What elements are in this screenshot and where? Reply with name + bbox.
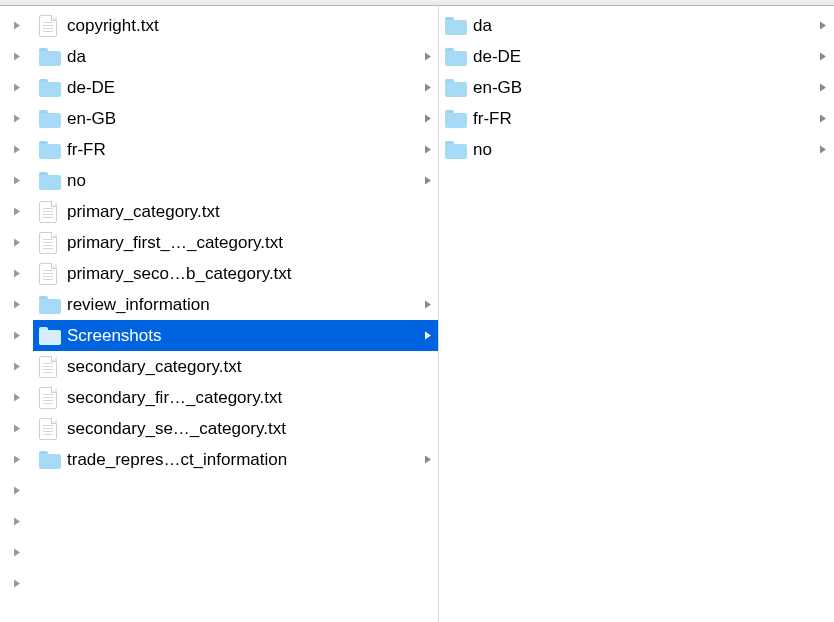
chevron-right-icon	[424, 52, 432, 61]
finder-column-view: copyright.txt da de-DE en-GB fr-FR	[0, 6, 834, 622]
item-icon-wrap	[39, 172, 67, 190]
item-label: de-DE	[473, 47, 813, 67]
file-primary-seco-b-category-txt[interactable]: primary_seco…b_category.txt	[33, 258, 438, 289]
chevron-right-icon	[13, 455, 21, 464]
folder-fr-fr[interactable]: fr-FR	[33, 134, 438, 165]
item-label: secondary_fir…_category.txt	[67, 388, 418, 408]
item-icon-wrap	[39, 387, 67, 409]
chevron-right-icon	[819, 114, 827, 123]
file-icon	[39, 387, 57, 409]
parent-disclosure-arrow[interactable]	[0, 382, 33, 413]
chevron-right-icon	[13, 145, 21, 154]
item-icon-wrap	[445, 79, 473, 97]
chevron-right-icon	[13, 331, 21, 340]
parent-disclosure-arrow[interactable]	[0, 475, 33, 506]
chevron-right-icon	[13, 517, 21, 526]
chevron-right-icon	[819, 21, 827, 30]
item-label: fr-FR	[473, 109, 813, 129]
folder-da[interactable]: da	[33, 41, 438, 72]
folder-icon	[445, 17, 467, 35]
parent-disclosure-arrow[interactable]	[0, 351, 33, 382]
folder-icon	[445, 141, 467, 159]
chevron-right-icon	[13, 114, 21, 123]
expand-arrow	[813, 114, 827, 123]
folder-trade-repres-ct-information[interactable]: trade_repres…ct_information	[33, 444, 438, 475]
file-secondary-category-txt[interactable]: secondary_category.txt	[33, 351, 438, 382]
parent-disclosure-arrow[interactable]	[0, 258, 33, 289]
file-copyright-txt[interactable]: copyright.txt	[33, 10, 438, 41]
item-label: da	[67, 47, 418, 67]
item-icon-wrap	[445, 110, 473, 128]
parent-disclosure-arrow[interactable]	[0, 444, 33, 475]
column-2-content[interactable]: da de-DE en-GB fr-FR no	[439, 6, 833, 622]
parent-disclosure-arrow[interactable]	[0, 165, 33, 196]
chevron-right-icon	[424, 176, 432, 185]
chevron-right-icon	[13, 207, 21, 216]
parent-disclosure-arrow[interactable]	[0, 196, 33, 227]
parent-disclosure-arrow[interactable]	[0, 227, 33, 258]
file-icon	[39, 263, 57, 285]
chevron-right-icon	[13, 176, 21, 185]
item-icon-wrap	[39, 232, 67, 254]
chevron-right-icon	[13, 83, 21, 92]
file-icon	[39, 356, 57, 378]
parent-disclosure-arrow[interactable]	[0, 320, 33, 351]
item-label: trade_repres…ct_information	[67, 450, 418, 470]
item-icon-wrap	[39, 327, 67, 345]
file-primary-category-txt[interactable]: primary_category.txt	[33, 196, 438, 227]
column-1-content[interactable]: copyright.txt da de-DE en-GB fr-FR	[33, 6, 439, 622]
folder-no[interactable]: no	[439, 134, 833, 165]
chevron-right-icon	[13, 52, 21, 61]
folder-fr-fr[interactable]: fr-FR	[439, 103, 833, 134]
parent-disclosure-arrow[interactable]	[0, 289, 33, 320]
folder-no[interactable]: no	[33, 165, 438, 196]
parent-disclosure-arrow[interactable]	[0, 568, 33, 599]
folder-da[interactable]: da	[439, 10, 833, 41]
chevron-right-icon	[13, 300, 21, 309]
folder-icon	[445, 48, 467, 66]
expand-arrow	[813, 145, 827, 154]
parent-disclosure-arrow[interactable]	[0, 103, 33, 134]
chevron-right-icon	[424, 331, 432, 340]
expand-arrow	[418, 145, 432, 154]
folder-icon	[445, 79, 467, 97]
item-icon-wrap	[39, 15, 67, 37]
folder-en-gb[interactable]: en-GB	[439, 72, 833, 103]
item-icon-wrap	[39, 110, 67, 128]
folder-en-gb[interactable]: en-GB	[33, 103, 438, 134]
parent-disclosure-arrow[interactable]	[0, 10, 33, 41]
folder-review-information[interactable]: review_information	[33, 289, 438, 320]
folder-icon	[39, 451, 61, 469]
item-icon-wrap	[445, 48, 473, 66]
item-icon-wrap	[39, 263, 67, 285]
chevron-right-icon	[819, 52, 827, 61]
file-secondary-se-category-txt[interactable]: secondary_se…_category.txt	[33, 413, 438, 444]
chevron-right-icon	[424, 83, 432, 92]
item-icon-wrap	[445, 141, 473, 159]
parent-disclosure-arrow[interactable]	[0, 413, 33, 444]
column-2: da de-DE en-GB fr-FR no	[439, 6, 833, 622]
chevron-right-icon	[424, 455, 432, 464]
folder-de-de[interactable]: de-DE	[439, 41, 833, 72]
expand-arrow	[418, 176, 432, 185]
item-label: no	[473, 140, 813, 160]
folder-screenshots[interactable]: Screenshots	[33, 320, 438, 351]
folder-icon	[39, 48, 61, 66]
chevron-right-icon	[819, 145, 827, 154]
chevron-right-icon	[13, 393, 21, 402]
parent-disclosure-arrow[interactable]	[0, 506, 33, 537]
file-icon	[39, 232, 57, 254]
file-primary-first-category-txt[interactable]: primary_first_…_category.txt	[33, 227, 438, 258]
expand-arrow	[418, 114, 432, 123]
folder-icon	[39, 141, 61, 159]
parent-disclosure-arrow[interactable]	[0, 72, 33, 103]
item-label: primary_first_…_category.txt	[67, 233, 418, 253]
parent-disclosure-arrow[interactable]	[0, 134, 33, 165]
parent-disclosure-arrow[interactable]	[0, 41, 33, 72]
chevron-right-icon	[13, 579, 21, 588]
folder-de-de[interactable]: de-DE	[33, 72, 438, 103]
file-secondary-fir-category-txt[interactable]: secondary_fir…_category.txt	[33, 382, 438, 413]
chevron-right-icon	[13, 21, 21, 30]
parent-disclosure-arrow[interactable]	[0, 537, 33, 568]
expand-arrow	[418, 331, 432, 340]
